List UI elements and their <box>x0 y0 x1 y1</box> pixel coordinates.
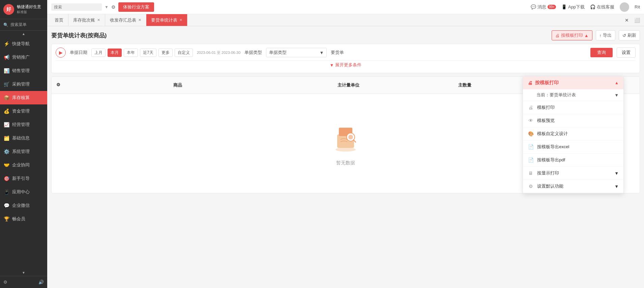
template-preview-label: 模板预览 <box>537 118 555 124</box>
dropdown-item-template-preview[interactable]: 👁 模板预览 <box>523 114 623 127</box>
export-button[interactable]: ↑ 导出 <box>596 30 616 40</box>
current-template-label: 当前：要货单统计表 <box>536 92 576 98</box>
app-name: 畅捷通好生意 <box>17 4 41 10</box>
receipt-summary-tab-close[interactable]: ✕ <box>138 18 141 22</box>
sidebar-item-label: 快捷导航 <box>12 41 30 47</box>
inventory-icon: 📦 <box>3 95 9 100</box>
operations-icon: 📈 <box>3 122 9 127</box>
date-range-text: 2023-06-01 至 2023-06-30 <box>197 50 241 55</box>
tab-maximize-btn[interactable]: ⬜ <box>633 17 641 24</box>
user-avatar[interactable] <box>620 2 629 12</box>
tab-order-stats[interactable]: 要货单统计表 ✕ <box>146 14 187 26</box>
topbar-search-input[interactable] <box>51 3 102 11</box>
display-print-label: 按显示打印 <box>537 170 559 176</box>
date-custom-btn[interactable]: 自定义 <box>175 49 193 57</box>
set-default-icon: ⚙ <box>528 184 534 189</box>
guide-icon: 🎯 <box>3 176 9 181</box>
column-commodity: 商品 <box>65 80 290 90</box>
marketing-icon: 📢 <box>3 55 9 60</box>
trial-button[interactable]: 体验行业方案 <box>118 2 154 12</box>
order-stats-tab-label: 要货单统计表 <box>151 17 177 23</box>
print-template-button[interactable]: 🖨 按模板打印 ▲ <box>552 30 592 40</box>
sidebar-item-collab[interactable]: 🤝 企业协同 <box>0 158 47 172</box>
sidebar-item-operations[interactable]: 📈 经营管理 <box>0 118 47 131</box>
online-service-item[interactable]: 🎧 在线客服 <box>590 4 614 10</box>
template-print-icon: 🖨 <box>528 105 534 110</box>
print-dropdown-panel: 🖨 按模板打印 ▲ 当前：要货单统计表 ▼ 🖨 模板打印 👁 模板预览 🎨 <box>523 76 624 193</box>
receipt-summary-tab-label: 收发存汇总表 <box>110 17 136 23</box>
sidebar-item-label: 经营管理 <box>12 122 30 128</box>
export-pdf-icon: 📄 <box>528 157 534 163</box>
query-button[interactable]: 查询 <box>590 48 613 57</box>
date-this-month-btn[interactable]: 本月 <box>108 49 122 57</box>
sidebar-item-wechat[interactable]: 💬 企业微信 <box>0 199 47 212</box>
tab-home[interactable]: 首页 <box>50 14 68 26</box>
volume-icon[interactable]: 🔊 <box>38 280 44 285</box>
dropdown-current-template[interactable]: 当前：要货单统计表 ▼ <box>523 89 623 101</box>
date-last-month-btn[interactable]: 上月 <box>91 49 106 57</box>
dropdown-item-display-print[interactable]: 🖥 按显示打印 ▼ <box>523 167 623 180</box>
print-header-icon: 🖨 <box>528 80 532 86</box>
topbar-search-chevron[interactable]: ▼ <box>105 5 109 9</box>
filter-expand-button[interactable]: ▼ 展开更多条件 <box>56 60 636 69</box>
sidebar-item-apps[interactable]: 📱 应用中心 <box>0 185 47 199</box>
sidebar-item-basic[interactable]: 🗂️ 基础信息 <box>0 131 47 145</box>
date-more-btn[interactable]: 更多 <box>158 49 173 57</box>
tab-inventory-batch[interactable]: 库存批次账 ✕ <box>68 14 105 26</box>
member-icon: 🏆 <box>3 216 9 222</box>
settings-icon[interactable]: ⚙ <box>3 280 7 285</box>
dropdown-item-template-design[interactable]: 🎨 模板自定义设计 <box>523 127 623 140</box>
sidebar-item-label: 新手引导 <box>12 175 30 182</box>
type-filter-select[interactable]: 单据类型 ▼ <box>266 48 327 57</box>
dropdown-item-set-default[interactable]: ⚙ 设置默认功能 ▼ <box>523 180 623 193</box>
column-unit: 主计量单位 <box>290 80 407 90</box>
export-excel-label: 按模板导出excel <box>537 144 569 150</box>
sidebar-item-guide[interactable]: 🎯 新手引导 <box>0 172 47 185</box>
home-tab-label: 首页 <box>55 17 63 23</box>
date-group: 上月 本月 本年 近7天 更多 自定义 <box>91 49 193 57</box>
sidebar-search[interactable]: 🔍 搜索菜单 <box>0 19 47 31</box>
sidebar-bottom: ⚙ 🔊 <box>0 276 47 288</box>
type-filter-value: 单据类型 <box>269 50 287 56</box>
filter-expand-label: 展开更多条件 <box>335 62 361 68</box>
dropdown-collapse-chevron-icon[interactable]: ▲ <box>615 81 619 85</box>
template-design-icon: 🎨 <box>528 131 534 136</box>
dropdown-item-template-print[interactable]: 🖨 模板打印 <box>523 101 623 114</box>
headset-icon: 🎧 <box>590 4 595 9</box>
empty-text: 暂无数据 <box>336 160 355 166</box>
app-download-item[interactable]: 📱 App下载 <box>561 4 585 10</box>
sidebar-nav: ⚡ 快捷导航 📢 营销推广 📊 销售管理 🛒 采购管理 📦 库存核算 💰 资金管… <box>0 37 47 269</box>
sidebar-item-inventory[interactable]: 📦 库存核算 <box>0 91 47 104</box>
inventory-batch-tab-close[interactable]: ✕ <box>97 18 100 22</box>
sidebar-item-finance[interactable]: 💰 资金管理 <box>0 104 47 118</box>
sidebar-item-label: 采购管理 <box>12 81 30 87</box>
app-edition: 标准版 <box>17 10 41 14</box>
sidebar-item-system[interactable]: ⚙️ 系统管理 <box>0 145 47 158</box>
scroll-up-arrow[interactable]: ▲ <box>0 31 47 37</box>
column-gear[interactable]: ⚙ <box>52 80 65 90</box>
apps-icon: 📱 <box>3 189 9 195</box>
scroll-down-arrow[interactable]: ▼ <box>0 269 47 276</box>
type-filter-label: 单据类型 <box>244 50 262 56</box>
message-item[interactable]: 💬 消息 99+ <box>531 4 556 10</box>
sidebar-item-marketing[interactable]: 📢 营销推广 <box>0 51 47 64</box>
order-stats-tab-close[interactable]: ✕ <box>179 18 182 22</box>
template-design-label: 模板自定义设计 <box>537 131 568 137</box>
dropdown-item-export-excel[interactable]: 📄 按模板导出excel <box>523 140 623 154</box>
topbar-gear-icon[interactable]: ⚙ <box>111 4 116 10</box>
tab-receipt-summary[interactable]: 收发存汇总表 ✕ <box>105 14 146 26</box>
sidebar-item-sales[interactable]: 📊 销售管理 <box>0 64 47 77</box>
date-this-year-btn[interactable]: 本年 <box>124 49 138 57</box>
refresh-button[interactable]: ↺ 刷新 <box>619 30 640 40</box>
filter-expand-icon[interactable]: ▶ <box>56 47 66 58</box>
date-7days-btn[interactable]: 近7天 <box>140 49 156 57</box>
settings-button[interactable]: 设置 <box>617 47 636 58</box>
tab-close-window-btn[interactable]: ✕ <box>623 17 630 24</box>
sidebar-item-quick-nav[interactable]: ⚡ 快捷导航 <box>0 37 47 51</box>
username-label: Rit <box>635 4 640 9</box>
sidebar-item-member[interactable]: 🏆 畅会员 <box>0 212 47 226</box>
page-actions: 🖨 按模板打印 ▲ ↑ 导出 ↺ 刷新 <box>552 30 640 40</box>
sidebar-item-purchase[interactable]: 🛒 采购管理 <box>0 77 47 91</box>
purchase-icon: 🛒 <box>3 82 9 87</box>
dropdown-item-export-pdf[interactable]: 📄 按模板导出pdf <box>523 154 623 167</box>
